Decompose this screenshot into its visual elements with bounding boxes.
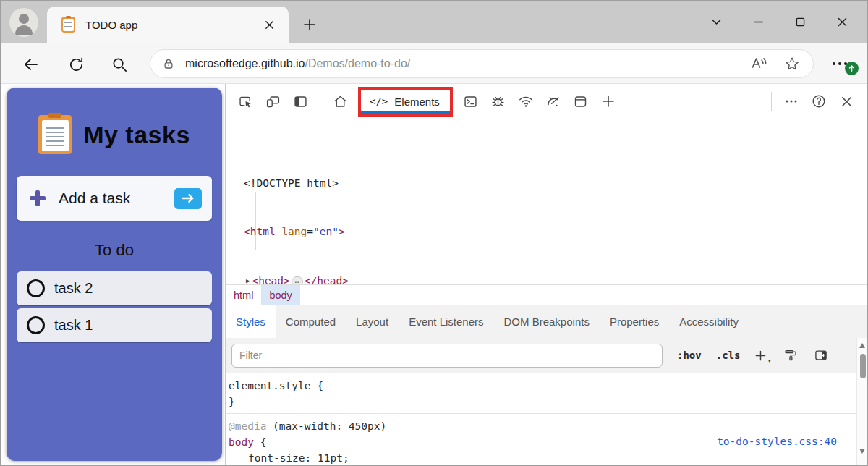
styles-filter-input[interactable] <box>231 344 663 368</box>
breadcrumb-body[interactable]: body <box>261 285 299 305</box>
app-title: My tasks <box>83 121 190 149</box>
browser-menu-button[interactable] <box>831 53 857 76</box>
page-viewport: My tasks Add a task To do task 2 task 1 <box>1 84 225 465</box>
devtools-panel: </> Elements <box>225 84 867 465</box>
performance-gauge-icon[interactable] <box>542 90 565 113</box>
tab-dom-breakpoints[interactable]: DOM Breakpoints <box>494 305 600 338</box>
browser-toolbar: microsoftedge.github.io/Demos/demo-to-do… <box>1 43 867 84</box>
indent-guide <box>255 192 256 250</box>
toggle-element-classes[interactable]: .cls <box>716 350 741 361</box>
url-path: /Demos/demo-to-do/ <box>305 57 410 69</box>
dom-breadcrumb: html body <box>226 284 867 305</box>
task-label: task 2 <box>54 280 93 297</box>
expand-arrow-icon[interactable]: ▶ <box>246 277 250 284</box>
window-controls <box>695 7 863 37</box>
toggle-hover-state[interactable]: :hov <box>677 350 702 361</box>
styles-pane: element.style { } @media (max-width: 450… <box>226 373 867 465</box>
stylesheet-source-link[interactable]: to-do-styles.css:40 <box>717 433 837 449</box>
clipboard-logo-icon <box>38 115 72 154</box>
new-tab-button[interactable] <box>299 14 320 35</box>
dom-node-html-open[interactable]: <html lang="en"> <box>226 224 867 240</box>
browser-window: TODO app <box>0 0 868 466</box>
inline-style-rule-close: } <box>229 394 867 410</box>
favorites-star-icon[interactable] <box>781 53 803 75</box>
tab-close-icon[interactable] <box>260 15 278 34</box>
minimize-button[interactable] <box>737 7 779 37</box>
devtools-menu-icon[interactable] <box>780 90 803 113</box>
scroll-up-icon[interactable] <box>859 343 865 348</box>
task-checkbox[interactable] <box>27 316 45 334</box>
console-icon[interactable] <box>459 90 482 113</box>
todo-section-title: To do <box>7 241 222 260</box>
media-query-rule[interactable]: @media (max-width: 450px) <box>229 418 867 434</box>
lock-icon[interactable] <box>162 57 175 70</box>
collapsed-content-icon[interactable]: … <box>292 276 303 285</box>
breadcrumb-html[interactable]: html <box>226 285 261 305</box>
home-icon[interactable] <box>328 90 352 113</box>
tab-strip: TODO app <box>1 1 867 43</box>
add-task-submit-button[interactable] <box>174 188 202 209</box>
dropdown-caret-icon: ▾ <box>768 358 771 364</box>
tab-computed[interactable]: Computed <box>276 305 346 338</box>
network-wifi-icon[interactable] <box>514 90 537 113</box>
update-available-badge <box>845 62 859 75</box>
maximize-button[interactable] <box>779 7 821 37</box>
app-header: My tasks <box>7 115 222 154</box>
code-brackets-icon: </> <box>370 96 388 107</box>
search-icon[interactable] <box>108 53 131 76</box>
scrollbar-thumb[interactable] <box>860 354 866 378</box>
application-storage-icon[interactable] <box>569 90 592 113</box>
annotation-highlight-elements-tab: </> Elements <box>358 87 453 116</box>
close-devtools-icon[interactable] <box>835 90 858 113</box>
css-declaration[interactable]: font-size: 11pt; <box>229 450 867 465</box>
tab-properties[interactable]: Properties <box>600 305 669 338</box>
expand-sidebar-panel-icon[interactable] <box>811 345 831 365</box>
add-task-input[interactable]: Add a task <box>59 190 130 207</box>
back-icon[interactable] <box>20 53 43 76</box>
plus-icon <box>30 190 46 206</box>
add-task-form[interactable]: Add a task <box>17 176 212 221</box>
close-window-button[interactable] <box>821 7 863 37</box>
toolbar-divider <box>320 92 320 111</box>
inline-style-rule[interactable]: element.style { <box>229 378 867 394</box>
elements-tab-label: Elements <box>394 96 440 108</box>
refresh-icon[interactable] <box>64 53 88 76</box>
rule-divider <box>226 413 867 414</box>
tab-layout[interactable]: Layout <box>346 305 399 338</box>
profile-avatar[interactable] <box>9 8 38 37</box>
tab-styles[interactable]: Styles <box>226 305 276 338</box>
tab-event-listeners[interactable]: Event Listeners <box>399 305 493 338</box>
help-icon[interactable] <box>807 90 830 113</box>
task-list: task 2 task 1 <box>17 271 212 342</box>
activity-bar-layout-icon[interactable] <box>289 90 312 113</box>
task-item[interactable]: task 1 <box>17 308 212 342</box>
tab-actions-chevron-icon[interactable] <box>695 7 737 37</box>
task-item[interactable]: task 2 <box>17 271 212 305</box>
address-bar[interactable]: microsoftedge.github.io/Demos/demo-to-do… <box>150 49 814 78</box>
tab-title: TODO app <box>85 19 260 31</box>
device-emulation-icon[interactable] <box>261 90 284 113</box>
debugger-bug-icon[interactable] <box>487 90 510 113</box>
styles-filter-bar: :hov .cls ▾ <box>226 338 867 373</box>
dom-node-head[interactable]: ▶<head>…</head> <box>226 273 867 285</box>
read-aloud-icon[interactable] <box>748 53 770 75</box>
dom-tree: <!DOCTYPE html> <html lang="en"> ▶<head>… <box>226 119 867 284</box>
devtools-toolbar: </> Elements <box>226 84 867 119</box>
tab-accessibility[interactable]: Accessibility <box>669 305 749 338</box>
rendering-brush-icon[interactable] <box>780 345 801 365</box>
scroll-down-icon[interactable] <box>859 449 865 454</box>
url-domain: microsoftedge.github.io <box>185 57 305 69</box>
new-style-rule-icon[interactable]: ▾ <box>750 345 770 365</box>
task-checkbox[interactable] <box>27 279 45 297</box>
styles-scrollbar[interactable] <box>856 338 867 465</box>
tab-favicon-clipboard-icon <box>61 17 75 33</box>
more-tools-plus-icon[interactable] <box>597 90 620 113</box>
tab-elements[interactable]: </> Elements <box>361 90 450 114</box>
task-label: task 1 <box>54 317 93 334</box>
toolbar-divider <box>771 92 772 111</box>
inspect-element-icon[interactable] <box>234 90 257 113</box>
sidebar-pane-tabs: Styles Computed Layout Event Listeners D… <box>226 305 867 338</box>
dom-node-doctype[interactable]: <!DOCTYPE html> <box>226 175 867 192</box>
todo-app-panel: My tasks Add a task To do task 2 task 1 <box>7 88 222 461</box>
browser-tab[interactable]: TODO app <box>47 7 289 43</box>
